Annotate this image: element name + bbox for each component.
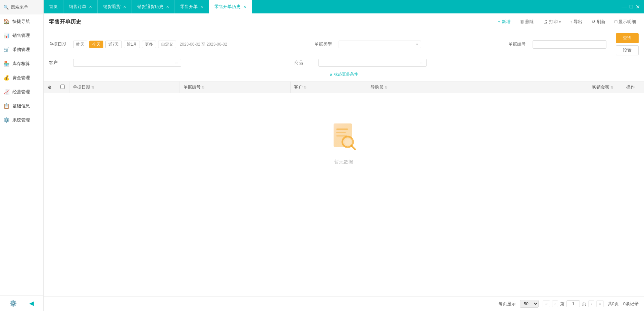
th-date[interactable]: 单据日期 ⇅ [69, 82, 180, 93]
goods-label: 商品 [294, 60, 313, 66]
tabs-window-controls: — □ ✕ [622, 4, 644, 10]
table-body: 暂无数据 [44, 93, 644, 192]
sort-date-icon: ⇅ [91, 85, 94, 90]
customer-ellipsis: ··· [175, 60, 178, 65]
window-maximize-icon[interactable]: □ [630, 4, 633, 10]
date-custom[interactable]: 自定义 [158, 41, 176, 48]
th-no[interactable]: 单据编号 ⇅ [180, 82, 291, 93]
tab-sales-return-history[interactable]: 销货退货历史 ✕ [132, 0, 175, 13]
date-yesterday[interactable]: 昨天 [73, 41, 87, 48]
delete-button[interactable]: 🗑 删除 [517, 17, 537, 26]
page-size-label: 每页显示 [498, 301, 516, 307]
settings-button[interactable]: 设置 [616, 45, 639, 55]
th-no-label: 单据编号 [183, 84, 201, 90]
tab-sales-return-close[interactable]: ✕ [123, 5, 126, 9]
sidebar-item-sales-mgmt[interactable]: 📊 销售管理 [0, 29, 43, 43]
content-area: 零售开单历史 + 新增 🗑 删除 🖨 打印 ▾ ↑ 导出 ↺ 刷新 [44, 13, 644, 311]
sort-guide-icon: ⇅ [385, 85, 388, 90]
sidebar-item-operation[interactable]: 📈 经营管理 [0, 85, 43, 99]
home-icon: 🏠 [3, 18, 10, 24]
date-more[interactable]: 更多 [142, 41, 156, 48]
query-button[interactable]: 查询 [616, 33, 639, 43]
setting-icon[interactable]: ⚙ [48, 85, 52, 90]
sidebar-item-quick-nav[interactable]: 🏠 快捷导航 [0, 14, 43, 29]
display-detail-toggle[interactable]: □ 显示明细 [612, 17, 639, 26]
customer-select[interactable]: ··· [73, 59, 181, 67]
collapse-label: 收起更多条件 [334, 71, 358, 77]
tab-retail-open[interactable]: 零售开单 ✕ [175, 0, 209, 13]
page-of-label: 页 [582, 301, 586, 307]
page-last-btn[interactable]: » [596, 300, 603, 307]
sidebar-item-label: 库存核算 [12, 61, 30, 67]
sidebar-item-base-info[interactable]: 📋 基础信息 [0, 99, 43, 113]
export-button[interactable]: ↑ 导出 [567, 17, 585, 26]
new-button[interactable]: + 新增 [495, 17, 513, 26]
page-size-select[interactable]: 50 10 20 100 [520, 300, 539, 308]
page-total: 共0页，0条记录 [608, 301, 639, 307]
date-last1month[interactable]: 近1月 [124, 41, 140, 48]
sidebar-item-inventory[interactable]: 🏪 库存核算 [0, 57, 43, 71]
print-dropdown-icon[interactable]: ▾ [559, 20, 561, 24]
empty-state-icon [327, 120, 360, 154]
tab-retail-open-history-label: 零售开单历史 [214, 4, 241, 10]
sidebar-item-purchase-mgmt[interactable]: 🛒 采购管理 [0, 43, 43, 57]
tab-sales-return-history-close[interactable]: ✕ [166, 5, 169, 9]
settings-icon[interactable]: ⚙️ [9, 300, 17, 307]
th-op: 操作 [617, 82, 644, 93]
select-all-checkbox[interactable] [60, 85, 65, 89]
customer-label: 客户 [49, 60, 68, 66]
sidebar-nav: 🏠 快捷导航 📊 销售管理 🛒 采购管理 🏪 库存核算 💰 资金管理 📈 经营管… [0, 14, 43, 295]
page-label: 第 [560, 301, 564, 307]
tab-sales-order[interactable]: 销售订单 ✕ [63, 0, 98, 13]
print-button[interactable]: 🖨 打印 ▾ [541, 17, 563, 26]
page-next-btn[interactable]: › [588, 300, 594, 307]
date-options: 昨天 今天 近7天 近1月 更多 自定义 2023-06-02 至 2023-0… [73, 41, 227, 48]
th-setting[interactable]: ⚙ [44, 82, 56, 93]
refresh-button[interactable]: ↺ 刷新 [589, 17, 608, 26]
date-last7days[interactable]: 近7天 [105, 41, 122, 48]
sidebar-bottom: ⚙️ ◀ [0, 295, 43, 311]
collapse-sidebar-icon[interactable]: ◀ [29, 300, 34, 307]
search-menu[interactable]: 🔍 搜索采单 [0, 0, 43, 14]
tab-retail-open-history[interactable]: 零售开单历史 ✕ [209, 0, 252, 13]
th-customer[interactable]: 客户 ⇅ [290, 82, 367, 93]
sidebar-item-sys-mgmt[interactable]: ⚙️ 系统管理 [0, 113, 43, 127]
goods-select[interactable]: ··· [318, 59, 427, 67]
filter-row-1: 单据日期 昨天 今天 近7天 近1月 更多 自定义 2023-06-02 至 2… [49, 33, 639, 55]
doc-no-input[interactable] [533, 40, 606, 49]
sidebar-item-label: 系统管理 [12, 117, 30, 123]
delete-label: 🗑 删除 [520, 19, 534, 25]
page-header: 零售开单历史 + 新增 🗑 删除 🖨 打印 ▾ ↑ 导出 ↺ 刷新 [44, 13, 644, 29]
empty-cell: 暂无数据 [44, 93, 644, 192]
page-prev-btn[interactable]: ‹ [552, 300, 558, 307]
window-minimize-icon[interactable]: — [622, 4, 627, 10]
date-today[interactable]: 今天 [89, 41, 103, 48]
sidebar-item-label: 资金管理 [12, 75, 30, 81]
tab-retail-open-history-close[interactable]: ✕ [243, 5, 246, 9]
page-first-btn[interactable]: « [543, 300, 550, 307]
gear-icon: ⚙️ [3, 117, 10, 123]
graph-icon: 📈 [3, 89, 10, 95]
collapse-arrow-icon: ∧ [330, 72, 333, 77]
window-close-icon[interactable]: ✕ [636, 4, 640, 10]
table-wrap: ⚙ 单据日期 ⇅ 单据编号 [44, 82, 644, 296]
th-guide-label: 导购员 [370, 84, 384, 90]
sort-customer-icon: ⇅ [304, 85, 307, 90]
th-checkbox[interactable] [56, 82, 69, 93]
tab-sales-return[interactable]: 销货退货 ✕ [98, 0, 132, 13]
tab-sales-order-close[interactable]: ✕ [89, 5, 92, 9]
tab-home[interactable]: 首页 [44, 0, 63, 13]
tab-retail-open-close[interactable]: ✕ [200, 5, 203, 9]
doc-type-select[interactable]: ▾ [339, 41, 421, 48]
collapse-more-conditions[interactable]: ∧ 收起更多条件 [49, 70, 639, 77]
export-label: ↑ 导出 [570, 19, 582, 25]
tab-sales-order-label: 销售订单 [69, 4, 86, 10]
main-area: 首页 销售订单 ✕ 销货退货 ✕ 销货退货历史 ✕ 零售开单 ✕ 零售开单历史 … [44, 0, 644, 311]
date-filter-label: 单据日期 [49, 41, 68, 47]
page-number-input[interactable] [566, 300, 580, 307]
sidebar-item-finance[interactable]: 💰 资金管理 [0, 71, 43, 85]
sidebar: 🔍 搜索采单 🏠 快捷导航 📊 销售管理 🛒 采购管理 🏪 库存核算 💰 资金管… [0, 0, 44, 311]
data-table: ⚙ 单据日期 ⇅ 单据编号 [44, 82, 644, 192]
th-amount[interactable]: 实销金额 ⇅ [461, 82, 617, 93]
th-guide[interactable]: 导购员 ⇅ [367, 82, 461, 93]
